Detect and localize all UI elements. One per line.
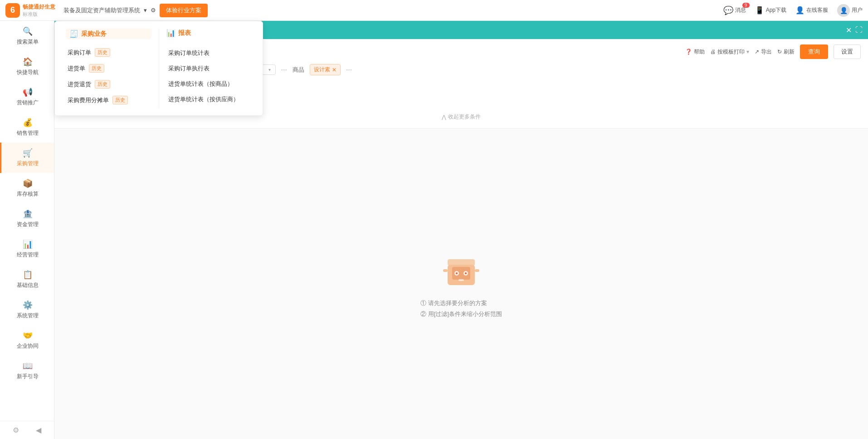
operation-icon: 📊 (23, 239, 33, 249)
sidebar-item-enterprise[interactable]: 🤝 企业协同 (0, 325, 54, 355)
collapse-button[interactable]: ⋀ 收起更多条件 (436, 111, 486, 123)
svg-rect-7 (458, 279, 464, 281)
settings-icon[interactable]: ⚙ (151, 7, 156, 14)
app-download-item[interactable]: 📱 App下载 (755, 6, 786, 15)
sidebar-item-marketing[interactable]: 📢 营销推广 (0, 82, 54, 112)
sidebar-item-quicknav[interactable]: 🏠 快捷导航 (0, 51, 54, 82)
purchase-icon: 🛒 (23, 148, 33, 158)
dropdown-item-expense[interactable]: 采购费用分摊单 历史 (66, 92, 151, 108)
export-button[interactable]: ↗ 导出 (755, 48, 772, 56)
user-item[interactable]: 👤 用户 (837, 4, 863, 17)
empty-state: ① 请先选择要分析的方案 ② 用[过滤]条件来缩小分析范围 (54, 128, 868, 439)
settings-button[interactable]: 设置 (834, 44, 861, 59)
print-icon: 🖨 (710, 49, 716, 55)
home-icon: 🏠 (23, 57, 33, 67)
svg-rect-9 (475, 269, 479, 272)
title-dropdown-arrow[interactable]: ▾ (144, 7, 147, 14)
online-service-item[interactable]: 👤 在线客服 (795, 6, 828, 15)
dropdown-col2-title: 📊 报表 (166, 29, 252, 40)
funds-icon: 🏦 (23, 209, 33, 219)
purchase-col-icon: 🧾 (69, 30, 78, 38)
svg-point-6 (465, 272, 467, 274)
empty-illustration (439, 247, 484, 292)
goods-label: 商品 (293, 66, 304, 74)
goods-tag-close[interactable]: ✕ (332, 67, 336, 73)
dropdown-item-receipt-stats-supplier[interactable]: 进货单统计表（按供应商） (166, 92, 252, 107)
dropdown-col-report: 📊 报表 采购订单统计表 采购订单执行表 进货单统计表（按商品） 进货单统计表（… (163, 29, 256, 108)
dropdown-item-receipt[interactable]: 进货单 历史 (66, 60, 151, 76)
print-dropdown-arrow: ▾ (746, 49, 749, 55)
dropdown-divider (159, 29, 159, 108)
dropdown-col1-title: 🧾 采购业务 (66, 29, 151, 39)
help-icon: ❓ (685, 49, 692, 55)
sidebar-collapse-icon[interactable]: ◀ (36, 426, 41, 434)
guide-icon: 📖 (23, 361, 33, 371)
sales-icon: 💰 (23, 118, 33, 128)
sidebar-item-system[interactable]: ⚙️ 系统管理 (0, 295, 54, 325)
system-icon: ⚙️ (23, 300, 33, 310)
dropdown-col-purchase: 🧾 采购业务 采购订单 历史 进货单 历史 进货退货 历史 采购费用分摊单 历史 (62, 29, 155, 108)
tab-bar-right: ✕ ⛶ (840, 21, 868, 39)
sidebar-item-purchase[interactable]: 🛒 采购管理 (0, 143, 54, 173)
messages-item[interactable]: 💬 9 消息 (723, 5, 746, 15)
sidebar-item-sales[interactable]: 💰 销售管理 (0, 112, 54, 143)
svg-point-5 (456, 272, 458, 274)
tab-maximize-button[interactable]: ⛶ (855, 26, 863, 34)
collapse-icon: ⋀ (442, 114, 446, 120)
sidebar-item-inventory[interactable]: 📦 库存核算 (0, 173, 54, 203)
empty-hints: ① 请先选择要分析的方案 ② 用[过滤]条件来缩小分析范围 (420, 299, 502, 321)
goods-tag-chip: 设计素 ✕ (310, 64, 341, 75)
logo-icon: 6 (5, 3, 20, 18)
bill-status-arrow: ▾ (268, 67, 271, 72)
dropdown-item-return[interactable]: 进货退货 历史 (66, 76, 151, 92)
goods-ellipsis[interactable]: ··· (346, 66, 352, 74)
dropdown-item-order-exec[interactable]: 采购订单执行表 (166, 61, 252, 76)
help-button[interactable]: ❓ 帮助 (685, 48, 705, 56)
sidebar-item-operation[interactable]: 📊 经营管理 (0, 234, 54, 264)
sidebar-item-basic[interactable]: 📋 基础信息 (0, 264, 54, 295)
bill-status-ellipsis[interactable]: ··· (281, 66, 287, 74)
export-icon: ↗ (755, 49, 759, 55)
dropdown-item-purchase-order[interactable]: 采购订单 历史 (66, 44, 151, 60)
header-right: 💬 9 消息 📱 App下载 👤 在线客服 👤 用户 (723, 4, 863, 17)
inventory-icon: 📦 (23, 178, 33, 188)
top-header: 6 畅捷通好生意 标准版 装备及固定资产辅助管理系统 ▾ ⚙ 体验行业方案 💬 … (0, 0, 868, 21)
system-title: 装备及固定资产辅助管理系统 ▾ ⚙ 体验行业方案 (63, 4, 723, 17)
report-col-icon: 📊 (166, 29, 176, 37)
dropdown-item-receipt-stats-goods[interactable]: 进货单统计表（按商品） (166, 76, 252, 92)
dropdown-item-order-stats[interactable]: 采购订单统计表 (166, 45, 252, 61)
svg-rect-8 (443, 269, 448, 272)
enterprise-icon: 🤝 (23, 330, 33, 340)
tab-close-window-button[interactable]: ✕ (846, 26, 852, 35)
industry-button[interactable]: 体验行业方案 (160, 4, 208, 17)
purchase-dropdown-menu: 🧾 采购业务 采购订单 历史 进货单 历史 进货退货 历史 采购费用分摊单 历史 (54, 21, 263, 116)
search-icon: 🔍 (23, 26, 33, 36)
marketing-icon: 📢 (23, 87, 33, 97)
toolbar-right: ❓ 帮助 🖨 按模板打印 ▾ ↗ 导出 ↻ 刷新 (685, 44, 861, 59)
sidebar-bottom: ⚙ ◀ (0, 421, 54, 439)
refresh-button[interactable]: ↻ 刷新 (777, 48, 795, 56)
sidebar-item-funds[interactable]: 🏦 资金管理 (0, 203, 54, 234)
sidebar-item-guide[interactable]: 📖 新手引导 (0, 355, 54, 386)
refresh-icon: ↻ (777, 49, 782, 55)
sidebar-settings-icon[interactable]: ⚙ (13, 426, 19, 434)
basic-icon: 📋 (23, 270, 33, 280)
svg-rect-1 (448, 259, 475, 266)
logo-text: 畅捷通好生意 标准版 (23, 3, 55, 18)
user-avatar: 👤 (837, 4, 850, 17)
sidebar: 🔍 搜索菜单 🏠 快捷导航 📢 营销推广 💰 销售管理 🛒 采购管理 📦 库存核… (0, 21, 54, 439)
sidebar-item-search[interactable]: 🔍 搜索菜单 (0, 21, 54, 51)
query-button[interactable]: 查询 (800, 44, 828, 59)
print-button[interactable]: 🖨 按模板打印 ▾ (710, 48, 749, 56)
logo-area: 6 畅捷通好生意 标准版 (5, 3, 60, 18)
